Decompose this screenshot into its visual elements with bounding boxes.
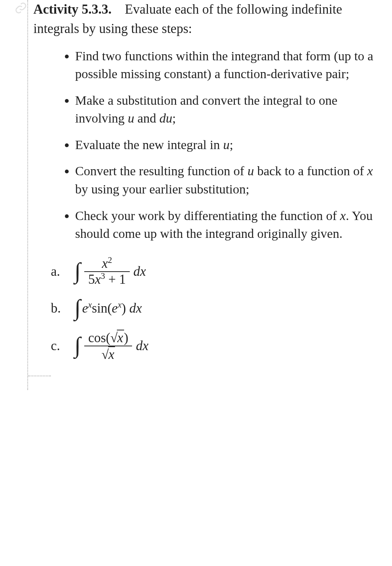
integral-a: ∫ x2 5x3 + 1 dx xyxy=(74,256,146,287)
differential: dx xyxy=(134,264,146,279)
step-text: back to a function of xyxy=(254,164,367,178)
math-exp: 2 xyxy=(108,255,112,265)
math-exp: x xyxy=(118,300,121,310)
problem-c: c. ∫ cos(√x) √x dx xyxy=(51,330,384,362)
math-exp: x xyxy=(88,300,92,310)
integral-c: ∫ cos(√x) √x dx xyxy=(74,330,148,362)
differential: dx xyxy=(129,301,142,316)
activity-content: Activity 5.3.3. Evaluate each of the fol… xyxy=(27,0,392,390)
math-text: + 1 xyxy=(105,272,126,287)
step-text: Convert the resulting function of xyxy=(75,164,247,178)
problems-list: a. ∫ x2 5x3 + 1 dx xyxy=(33,256,384,362)
problem-label: a. xyxy=(51,264,69,279)
radicand: x xyxy=(117,330,124,346)
step-item: Check your work by differentiating the f… xyxy=(75,207,384,243)
math-var: x xyxy=(102,256,108,271)
step-text: by using your earlier substitution; xyxy=(75,182,249,196)
denominator: 5x3 + 1 xyxy=(84,272,129,287)
integrand: exsin(ex) dx xyxy=(82,301,142,316)
problem-a: a. ∫ x2 5x3 + 1 dx xyxy=(51,256,384,287)
math-text: ) xyxy=(121,301,126,316)
denominator: √x xyxy=(98,346,119,362)
integral-sign: ∫ xyxy=(74,334,80,357)
radical: √x xyxy=(110,330,124,346)
math-text: ) xyxy=(124,330,129,345)
numerator: cos(√x) xyxy=(84,330,132,346)
fraction: x2 5x3 + 1 xyxy=(84,256,129,287)
step-item: Evaluate the new integral in u; xyxy=(75,136,384,154)
space xyxy=(126,301,129,316)
step-text: Check your work by differentiating the f… xyxy=(75,209,340,223)
math-var: x xyxy=(95,272,101,287)
radical: √x xyxy=(101,346,115,362)
steps-list: Find two functions within the integrand … xyxy=(33,47,384,243)
radicand: x xyxy=(108,346,115,362)
math-var: u xyxy=(223,138,230,152)
activity-heading-block: Activity 5.3.3. Evaluate each of the fol… xyxy=(33,0,384,39)
math-var: x xyxy=(367,164,373,178)
math-var: e xyxy=(82,301,88,316)
step-text: and xyxy=(134,111,159,125)
math-exp: 3 xyxy=(101,271,105,281)
integral-sign: ∫ xyxy=(74,296,80,319)
integral-sign: ∫ xyxy=(74,259,80,282)
math-var: u xyxy=(247,164,254,178)
problem-label: b. xyxy=(51,301,69,316)
bottom-dotted-border xyxy=(28,376,51,376)
link-icon xyxy=(14,2,27,14)
step-text: Make a substitution and convert the inte… xyxy=(75,93,337,126)
problem-label: c. xyxy=(51,338,69,354)
page-container: Activity 5.3.3. Evaluate each of the fol… xyxy=(0,0,392,390)
step-text: ; xyxy=(172,111,176,125)
math-var: u xyxy=(128,111,134,125)
fraction: cos(√x) √x xyxy=(84,330,132,362)
math-var: e xyxy=(112,301,118,316)
problem-b: b. ∫ exsin(ex) dx xyxy=(51,297,384,320)
activity-number: Activity 5.3.3. xyxy=(33,2,112,17)
math-var: du xyxy=(159,111,172,125)
step-text: ; xyxy=(230,138,233,152)
math-func: sin( xyxy=(92,301,112,316)
math-func: cos( xyxy=(88,330,110,345)
integral-b: ∫ exsin(ex) dx xyxy=(74,297,142,320)
math-var: x xyxy=(340,209,346,223)
step-text: Evaluate the new integral in xyxy=(75,138,223,152)
step-item: Find two functions within the integrand … xyxy=(75,47,384,83)
step-item: Convert the resulting function of u back… xyxy=(75,162,384,198)
math-coef: 5 xyxy=(88,272,95,287)
step-text: Find two functions within the integrand … xyxy=(75,49,373,81)
numerator: x2 xyxy=(98,256,116,271)
differential: dx xyxy=(136,338,148,354)
gutter xyxy=(0,0,27,14)
step-item: Make a substitution and convert the inte… xyxy=(75,91,384,127)
